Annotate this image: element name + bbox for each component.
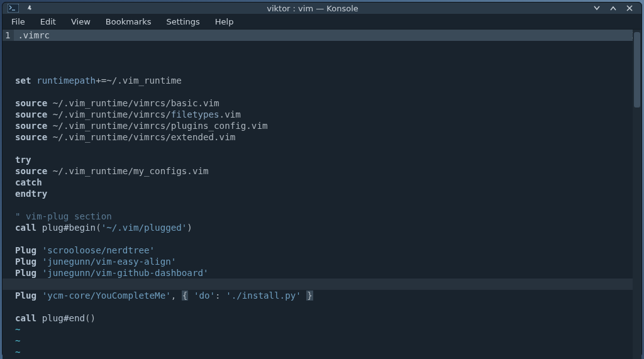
buffer-line: source ~/.vim_runtime/vimrcs/extended.vi… [15,131,641,143]
buffer-line: Plug 'junegunn/vim-github-dashboard' [15,267,641,279]
close-button[interactable] [624,3,635,14]
menu-edit[interactable]: Edit [34,14,62,29]
tab-name[interactable]: .vimrc [14,30,53,41]
minimize-button[interactable] [591,3,602,14]
buffer-line: Plug 'junegunn/vim-easy-align' [15,256,641,267]
menu-settings[interactable]: Settings [160,14,206,29]
menubar: File Edit View Bookmarks Settings Help [3,14,641,30]
pin-icon[interactable] [25,4,34,13]
buffer-line [15,86,641,97]
buffer-line: endtry [15,188,641,199]
buffer-line: Plug 'scrooloose/nerdtree' [15,245,641,256]
buffer-line: try [15,154,641,165]
buffer-line: source ~/.vim_runtime/vimrcs/basic.vim [15,97,641,109]
empty-line-tilde: ~ [15,346,641,358]
buffer-line: Plug 'ycm-core/YouCompleteMe', { 'do': '… [15,290,641,301]
vim-editor[interactable]: set runtimepath+=~/.vim_runtime source ~… [3,41,641,359]
buffer-line: " vim-plug section [15,211,641,222]
buffer-line: source ~/.vim_runtime/vimrcs/filetypes.v… [15,109,641,120]
buffer-line [15,233,641,245]
empty-line-tilde: ~ [15,324,641,335]
titlebar[interactable]: viktor : vim — Konsole [3,3,641,14]
tab-index[interactable]: 1 [3,30,14,41]
menu-view[interactable]: View [65,14,97,29]
buffer-line [15,279,641,290]
buffer-line: source ~/.vim_runtime/vimrcs/plugins_con… [15,120,641,131]
window-title: viktor : vim — Konsole [34,4,591,13]
konsole-window: viktor : vim — Konsole File Edit View Bo… [2,2,642,357]
buffer-line [15,199,641,211]
menu-file[interactable]: File [5,14,31,29]
menu-help[interactable]: Help [209,14,240,29]
buffer-line: catch [15,177,641,188]
buffer-line: source ~/.vim_runtime/my_configs.vim [15,165,641,177]
buffer-content: set runtimepath+=~/.vim_runtime source ~… [15,75,641,358]
maximize-button[interactable] [608,3,619,14]
buffer-line [15,143,641,154]
tabline-spacer [53,30,628,41]
buffer-line: call plug#end() [15,312,641,324]
terminal-area[interactable]: 1 .vimrc X set runtimepath+=~/.vim_runti… [3,30,641,359]
konsole-app-icon [8,3,19,13]
buffer-line: call plug#begin('~/.vim/plugged') [15,222,641,233]
svg-rect-0 [8,4,19,13]
menu-bookmarks[interactable]: Bookmarks [99,14,158,29]
vim-tabline: 1 .vimrc X [3,30,641,41]
empty-line-tilde: ~ [15,335,641,346]
buffer-line [15,301,641,312]
buffer-line: set runtimepath+=~/.vim_runtime [15,75,641,86]
